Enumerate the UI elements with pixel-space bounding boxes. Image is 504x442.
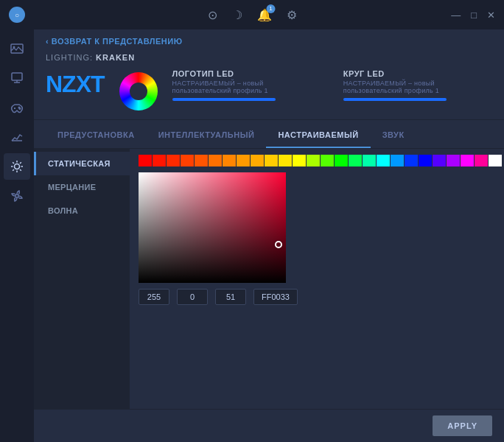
swatch[interactable] (489, 155, 502, 166)
svg-line-17 (20, 162, 21, 164)
back-nav[interactable]: ‹ ВОЗВРАТ К ПРЕДСТАВЛЕНИЮ (34, 29, 504, 50)
sidebar-icons (0, 29, 34, 442)
led-logo-sub: НАСТРАИВАЕМЫЙ – новый пользовательский п… (172, 80, 321, 94)
sidebar-item-monitor[interactable] (4, 65, 30, 91)
device-items: NZXT ЛОГОТИП LED НАСТРАИВАЕМЫЙ – новый п… (46, 69, 492, 110)
bottom-bar: APPLY (34, 409, 504, 442)
bell-icon[interactable]: 🔔 1 (257, 8, 272, 22)
swatch[interactable] (335, 155, 348, 166)
blue-input[interactable]: 51 (215, 289, 246, 305)
notification-badge: 1 (267, 4, 276, 13)
swatch[interactable] (321, 155, 334, 166)
swatch[interactable] (279, 155, 292, 166)
device-label: LIGHTING: (46, 53, 93, 62)
swatch[interactable] (461, 155, 474, 166)
apply-button[interactable]: APPLY (433, 415, 492, 436)
led-item-ring: КРУГ LED НАСТРАИВАЕМЫЙ – новый пользоват… (343, 69, 492, 101)
svg-point-8 (19, 108, 21, 110)
mode-flash[interactable]: МЕРЦАНИЕ (34, 175, 130, 199)
titlebar-center: ⊙ ☽ 🔔 1 ⚙ (208, 8, 297, 22)
device-header: LIGHTING: KRAKEN NZXT ЛОГОТИП LED НАСТРА… (34, 50, 504, 120)
swatch[interactable] (475, 155, 488, 166)
led-ring-name: КРУГ LED (343, 69, 492, 78)
tabs: ПРЕДУСТАНОВКА ИНТЕЛЛЕКТУАЛЬНЫЙ НАСТРАИВА… (34, 123, 504, 149)
sidebar-item-fan[interactable] (4, 183, 30, 209)
camera-icon[interactable]: ⊙ (208, 8, 217, 22)
tab-intelligent[interactable]: ИНТЕЛЛЕКТУАЛЬНЫЙ (147, 123, 267, 148)
swatch[interactable] (293, 155, 306, 166)
close-button[interactable]: ✕ (487, 10, 495, 21)
swatch[interactable] (363, 155, 376, 166)
led-ring-bar (343, 98, 447, 101)
swatch[interactable] (153, 155, 166, 166)
svg-point-10 (15, 164, 20, 169)
nzxt-logo: NZXT (46, 72, 105, 96)
gear-icon[interactable]: ⚙ (287, 8, 297, 22)
titlebar: ○ ⊙ ☽ 🔔 1 ⚙ — □ ✕ (0, 0, 504, 29)
sidebar-item-lighting[interactable] (4, 153, 30, 180)
content-area: ‹ ВОЗВРАТ К ПРЕДСТАВЛЕНИЮ LIGHTING: KRAK… (34, 29, 504, 442)
swatch[interactable] (167, 155, 180, 166)
panel-body: СТАТИЧЕСКАЯ МЕРЦАНИЕ ВОЛНА (34, 149, 504, 409)
device-name: KRAKEN (96, 53, 135, 62)
titlebar-left: ○ (9, 7, 25, 23)
hex-input[interactable]: FF0033 (253, 289, 298, 305)
color-picker-area: 255 0 51 FF0033 (130, 149, 504, 409)
swatch[interactable] (223, 155, 236, 166)
swatch[interactable] (349, 155, 362, 166)
tab-custom[interactable]: НАСТРАИВАЕМЫЙ (266, 123, 370, 148)
led-items: ЛОГОТИП LED НАСТРАИВАЕМЫЙ – новый пользо… (172, 69, 492, 101)
led-ring-sub: НАСТРАИВАЕМЫЙ – новый пользовательский п… (343, 80, 492, 94)
swatch[interactable] (307, 155, 320, 166)
color-values: 255 0 51 FF0033 (139, 289, 502, 305)
led-logo-name: ЛОГОТИП LED (172, 69, 321, 78)
device-title: LIGHTING: KRAKEN (46, 53, 492, 62)
swatch[interactable] (251, 155, 264, 166)
svg-point-19 (15, 194, 18, 197)
mode-wave[interactable]: ВОЛНА (34, 199, 130, 222)
sidebar-item-performance[interactable] (4, 124, 30, 150)
color-gradient[interactable] (139, 172, 286, 283)
sidebar-item-image[interactable] (4, 35, 30, 62)
tab-sound[interactable]: ЗВУК (371, 123, 416, 148)
swatch[interactable] (433, 155, 446, 166)
tab-preset[interactable]: ПРЕДУСТАНОВКА (46, 123, 147, 148)
led-item-logo: ЛОГОТИП LED НАСТРАИВАЕМЫЙ – новый пользо… (172, 69, 321, 101)
swatch[interactable] (447, 155, 460, 166)
red-input[interactable]: 255 (139, 289, 169, 305)
gradient-brightness (139, 172, 286, 283)
svg-line-18 (13, 169, 14, 171)
swatch[interactable] (377, 155, 390, 166)
swatch[interactable] (237, 155, 250, 166)
swatch[interactable] (209, 155, 222, 166)
modes-panel: СТАТИЧЕСКАЯ МЕРЦАНИЕ ВОЛНА (34, 149, 130, 409)
color-gradient-field[interactable] (139, 172, 286, 283)
minimize-button[interactable]: — (451, 10, 461, 21)
sidebar-item-gamepad[interactable] (4, 94, 30, 121)
swatch[interactable] (419, 155, 432, 166)
svg-point-1 (13, 46, 15, 49)
led-logo-bar (172, 98, 276, 101)
swatch[interactable] (265, 155, 278, 166)
window-controls: — □ ✕ (451, 10, 495, 21)
green-input[interactable]: 0 (177, 289, 208, 305)
swatch[interactable] (195, 155, 208, 166)
svg-rect-2 (12, 73, 22, 80)
swatch[interactable] (181, 155, 194, 166)
mode-static[interactable]: СТАТИЧЕСКАЯ (34, 152, 130, 175)
color-wheel (119, 72, 158, 110)
swatches-row (139, 155, 502, 166)
svg-line-16 (20, 169, 21, 171)
swatch[interactable] (139, 155, 152, 166)
maximize-button[interactable]: □ (471, 10, 477, 21)
swatch[interactable] (405, 155, 418, 166)
swatch[interactable] (391, 155, 404, 166)
app-logo: ○ (9, 7, 25, 23)
moon-icon[interactable]: ☽ (232, 8, 242, 22)
svg-line-15 (13, 162, 14, 164)
main-layout: ‹ ВОЗВРАТ К ПРЕДСТАВЛЕНИЮ LIGHTING: KRAK… (0, 29, 504, 442)
